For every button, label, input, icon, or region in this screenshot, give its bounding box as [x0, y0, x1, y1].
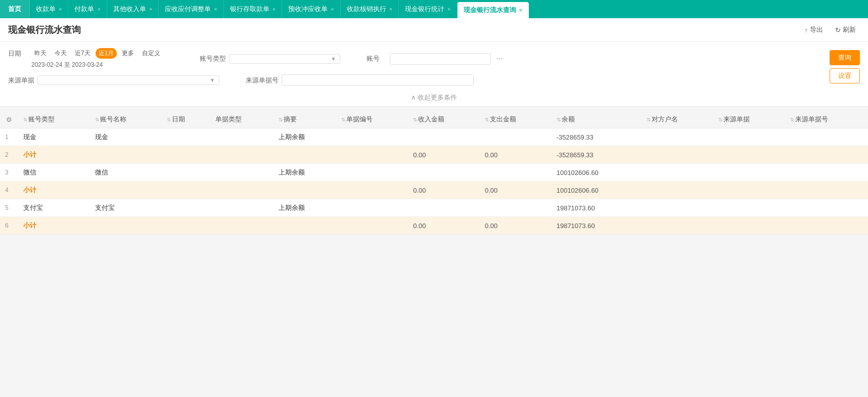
nav-tab-cash-bank-flow[interactable]: 现金银行流水查询×: [458, 2, 529, 18]
date-shortcut-1month[interactable]: 近1月: [96, 48, 117, 59]
cell-account-type: 小计: [18, 217, 90, 235]
source-doc-no-input[interactable]: [282, 74, 474, 86]
cell-doc-no: [336, 217, 408, 235]
cell-summary: [273, 217, 336, 235]
chevron-down-icon: ▼: [210, 77, 215, 83]
close-icon[interactable]: ×: [214, 6, 217, 12]
nav-tab-receipts[interactable]: 收款单×: [30, 0, 68, 18]
date-shortcuts: 昨天 今天 近7天 近1月 更多 自定义: [31, 48, 163, 59]
cell-income: [408, 164, 480, 182]
collapse-bar[interactable]: ∧ 收起更多条件: [8, 91, 860, 106]
date-shortcut-custom[interactable]: 自定义: [139, 48, 163, 59]
source-doc-select[interactable]: ▼: [37, 75, 219, 85]
export-button[interactable]: ↑ 导出: [801, 23, 828, 36]
cell-counterpart: [642, 164, 713, 182]
cell-row-num: 5: [0, 199, 18, 217]
close-icon[interactable]: ×: [389, 6, 392, 12]
refresh-icon: ↻: [835, 26, 841, 34]
th-account-type: ⇅账号类型: [18, 111, 90, 128]
cell-expense: 0.00: [480, 217, 552, 235]
top-navigation: 首页 收款单× 付款单× 其他收入单× 应收应付调整单× 银行存取款单× 预收冲…: [0, 0, 868, 18]
cell-counterpart: [642, 146, 713, 164]
cell-counterpart: [642, 199, 713, 217]
cell-summary: 上期余额: [273, 164, 336, 182]
date-shortcut-7days[interactable]: 近7天: [72, 48, 94, 59]
cell-income: 0.00: [408, 146, 480, 164]
filter-actions: 查询 设置: [830, 48, 860, 83]
cell-doc-type: [210, 199, 273, 217]
source-doc-label: 来源单据: [8, 76, 34, 85]
cell-expense: 0.00: [480, 146, 552, 164]
refresh-button[interactable]: ↻ 刷新: [831, 23, 860, 36]
th-date: ⇅日期: [162, 111, 211, 128]
cell-date: [162, 199, 211, 217]
close-icon[interactable]: ×: [331, 6, 334, 12]
cell-account-name: 支付宝: [90, 199, 162, 217]
th-expense: ⇅支出金额: [480, 111, 552, 128]
cell-account-name: [90, 182, 162, 199]
nav-tab-ar-ap-adjust[interactable]: 应收应付调整单×: [159, 0, 223, 18]
cell-row-num: 3: [0, 164, 18, 182]
filter-row-2: 来源单据 ▼ 来源单据号: [8, 74, 821, 86]
account-type-label: 账号类型: [200, 54, 226, 63]
cell-account-type: 小计: [18, 146, 90, 164]
cell-counterpart: [642, 182, 713, 199]
th-settings: ⚙: [0, 111, 18, 128]
cell-account-type: 小计: [18, 182, 90, 199]
filter-area: 日期 昨天 今天 近7天 近1月 更多 自定义 2023-02-24 至 202…: [0, 42, 868, 107]
nav-tab-cash-bank-stats[interactable]: 现金银行统计×: [399, 0, 457, 18]
cell-date: [162, 146, 211, 164]
cell-row-num: 1: [0, 128, 18, 146]
nav-tab-receipt-exec[interactable]: 收款核销执行×: [341, 0, 399, 18]
cell-source-doc: [713, 128, 785, 146]
nav-tab-bank-deposit[interactable]: 银行存取款单×: [224, 0, 282, 18]
cell-date: [162, 182, 211, 199]
cell-doc-no: [336, 128, 408, 146]
cell-income: 0.00: [408, 182, 480, 199]
account-no-input[interactable]: [390, 53, 491, 65]
date-shortcut-more[interactable]: 更多: [119, 48, 137, 59]
date-shortcut-yesterday[interactable]: 昨天: [31, 48, 50, 59]
nav-home[interactable]: 首页: [0, 0, 30, 18]
page-title: 现金银行流水查询: [8, 24, 81, 36]
close-icon[interactable]: ×: [272, 6, 276, 12]
nav-tab-advance-writeoff[interactable]: 预收冲应收单×: [282, 0, 340, 18]
cell-source-doc-no: [785, 182, 868, 199]
gear-icon[interactable]: ⚙: [6, 116, 12, 123]
data-table: ⚙ ⇅账号类型 ⇅账号名称 ⇅日期 单据类型 ⇅摘要 ⇅单据编号 ⇅收入金额 ⇅…: [0, 111, 868, 235]
close-icon[interactable]: ×: [97, 6, 100, 12]
account-type-select[interactable]: ▼: [229, 54, 340, 64]
cell-source-doc-no: [785, 164, 868, 182]
cell-balance: 19871073.60: [552, 199, 642, 217]
cell-expense: 0.00: [480, 182, 552, 199]
cell-doc-type: [210, 217, 273, 235]
date-shortcut-today[interactable]: 今天: [52, 48, 70, 59]
cell-balance: 100102606.60: [552, 182, 642, 199]
data-table-wrapper: ⚙ ⇅账号类型 ⇅账号名称 ⇅日期 单据类型 ⇅摘要 ⇅单据编号 ⇅收入金额 ⇅…: [0, 111, 868, 235]
table-row: 1 现金 现金 上期余额 -3528659.33: [0, 128, 868, 146]
date-label: 日期: [8, 49, 28, 58]
date-range-display: 2023-02-24 至 2023-03-24: [31, 61, 163, 69]
close-icon[interactable]: ×: [59, 6, 62, 12]
dots-button[interactable]: ···: [496, 54, 502, 63]
cell-account-type: 支付宝: [18, 199, 90, 217]
cell-doc-no: [336, 146, 408, 164]
cell-account-type: 微信: [18, 164, 90, 182]
close-icon[interactable]: ×: [149, 6, 152, 12]
th-source-doc: ⇅来源单据: [713, 111, 785, 128]
source-doc-no-label: 来源单据号: [246, 76, 279, 85]
cell-expense: [480, 164, 552, 182]
cell-date: [162, 164, 211, 182]
cell-expense: [480, 199, 552, 217]
close-icon[interactable]: ×: [519, 7, 522, 13]
cell-balance: -3528659.33: [552, 128, 642, 146]
close-icon[interactable]: ×: [447, 6, 450, 12]
th-doc-no: ⇅单据编号: [336, 111, 408, 128]
cell-doc-type: [210, 164, 273, 182]
nav-tab-payments[interactable]: 付款单×: [68, 0, 107, 18]
settings-button[interactable]: 设置: [830, 68, 860, 83]
nav-tab-other-income[interactable]: 其他收入单×: [107, 0, 159, 18]
query-button[interactable]: 查询: [830, 50, 860, 65]
th-income: ⇅收入金额: [408, 111, 480, 128]
cell-balance: 100102606.60: [552, 164, 642, 182]
